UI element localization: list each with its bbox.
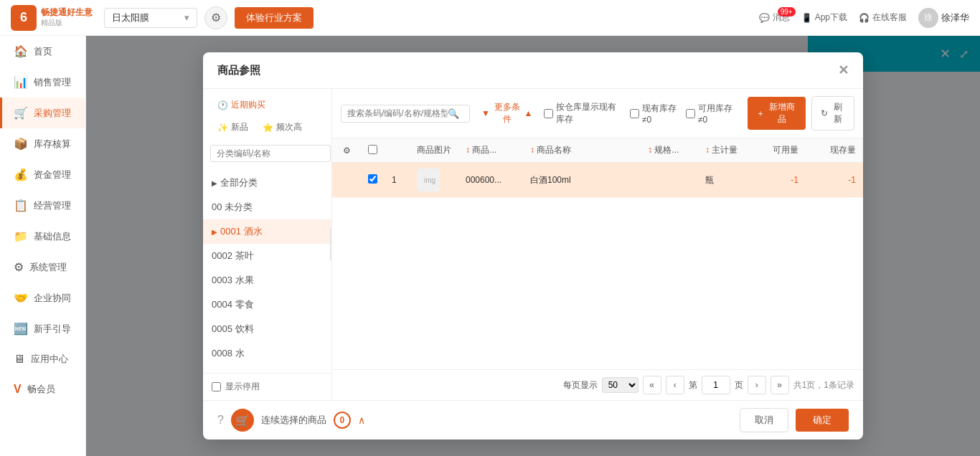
sidebar-item-sales[interactable]: 📊 销售管理 xyxy=(0,67,85,98)
product-search-input[interactable] xyxy=(347,108,448,118)
total-info: 共1页，1条记录 xyxy=(793,379,854,391)
cat-item-00[interactable]: 00 未分类 xyxy=(203,195,331,219)
settings-button[interactable]: ⚙ xyxy=(204,6,227,29)
cat-search-input[interactable] xyxy=(210,145,331,162)
add-label: 新增商品 xyxy=(768,101,797,125)
sidebar-item-member[interactable]: V 畅会员 xyxy=(0,374,85,404)
collapse-panel-button[interactable]: « xyxy=(330,229,332,260)
user-name: 徐泽华 xyxy=(941,11,969,24)
modal-close-button[interactable]: ✕ xyxy=(838,62,849,78)
row-check[interactable] xyxy=(361,163,385,198)
sidebar-item-purchase[interactable]: 🛒 采购管理 xyxy=(0,98,85,128)
cat-item-0002[interactable]: 0002 茶叶 xyxy=(203,244,331,268)
cancel-button[interactable]: 取消 xyxy=(740,408,788,432)
modal-toolbar: 🔍 ▼ 更多条件 ▲ 按仓库显示现有库存 xyxy=(332,89,863,138)
avail-ne0-checkbox[interactable] xyxy=(686,109,695,118)
service-item[interactable]: 🎧 在线客服 xyxy=(859,11,907,24)
product-image: img xyxy=(417,168,440,191)
sort-icon-code: ↕ xyxy=(466,145,470,155)
confirm-button[interactable]: 确定 xyxy=(796,409,849,432)
trial-button[interactable]: 体验行业方案 xyxy=(235,7,314,29)
last-page-button[interactable]: » xyxy=(771,376,789,394)
user-area[interactable]: 徐 徐泽华 xyxy=(918,8,969,28)
inventory-icon: 📦 xyxy=(14,137,28,151)
filter-button[interactable]: ▼ 更多条件 ▲ xyxy=(476,98,538,128)
col-header-spec[interactable]: ↕ 规格... xyxy=(641,138,698,163)
row-avail: -1 xyxy=(748,163,806,198)
cat-item-0008[interactable]: 0008 水 xyxy=(203,341,331,366)
sidebar-label-sales: 销售管理 xyxy=(34,76,71,89)
add-product-button[interactable]: ＋ 新增商品 xyxy=(748,97,806,130)
cat-item-0001[interactable]: ▶ 0001 酒水 xyxy=(203,219,331,244)
cat-item-0005[interactable]: 0005 饮料 xyxy=(203,317,331,341)
app-download-item[interactable]: 📱 App下载 xyxy=(801,11,847,24)
show-disabled-checkbox[interactable] xyxy=(212,382,221,391)
modal-header: 商品参照 ✕ xyxy=(203,52,863,89)
message-item[interactable]: 💬 消息 99+ xyxy=(759,11,790,24)
cat-item-0004[interactable]: 0004 零食 xyxy=(203,293,331,317)
cart-button[interactable]: 🛒 xyxy=(231,409,254,432)
sidebar-item-home[interactable]: 🏠 首页 xyxy=(0,36,85,67)
cat-item-all[interactable]: ▶ 全部分类 xyxy=(203,171,331,195)
cat-search-area: 🔍 xyxy=(203,139,331,168)
cart-icon: 🛒 xyxy=(235,414,250,427)
col-header-setting[interactable]: ⚙ xyxy=(332,138,361,163)
modal-overlay: 商品参照 ✕ 🕐 近期购买 ✨ 新品 xyxy=(86,36,980,456)
sidebar: 🏠 首页 📊 销售管理 🛒 采购管理 📦 库存核算 💰 资金管理 📋 经营管理 … xyxy=(0,36,86,456)
company-selector[interactable]: 日太阳膜 ▾ xyxy=(104,8,197,28)
search-icon[interactable]: 🔍 xyxy=(448,108,459,119)
warehouse-checkbox[interactable] xyxy=(544,109,553,118)
select-all-checkbox[interactable] xyxy=(368,145,377,154)
filter-label: 更多条件 xyxy=(493,101,522,125)
sidebar-item-collab[interactable]: 🤝 企业协同 xyxy=(0,282,85,313)
first-page-button[interactable]: « xyxy=(643,376,661,394)
cat-item-0010[interactable]: 0010 家电 xyxy=(203,366,331,373)
app-icon: 📱 xyxy=(801,13,812,23)
stock-ne0-checkbox[interactable] xyxy=(630,109,639,118)
product-table-area: ⚙ 商品图片 ↕ 商品... ↕ xyxy=(332,138,863,369)
sidebar-item-inventory[interactable]: 📦 库存核算 xyxy=(0,128,85,159)
prev-page-button[interactable]: ‹ xyxy=(666,376,684,394)
per-page-select[interactable]: 50 100 200 xyxy=(602,377,639,393)
sidebar-item-system[interactable]: ⚙ 系统管理 xyxy=(0,252,85,282)
gear-icon: ⚙ xyxy=(211,11,221,24)
col-header-check[interactable] xyxy=(361,138,385,163)
apps-icon: 🖥 xyxy=(14,353,25,366)
table-row[interactable]: 1 img 0 xyxy=(332,163,863,198)
tab-frequent-label: 频次高 xyxy=(276,121,302,133)
next-page-button[interactable]: › xyxy=(748,376,766,394)
sidebar-item-guide[interactable]: 🆕 新手引导 xyxy=(0,313,85,344)
product-modal: 商品参照 ✕ 🕐 近期购买 ✨ 新品 xyxy=(203,52,863,440)
sidebar-item-basic[interactable]: 📁 基础信息 xyxy=(0,221,85,252)
page-number-input[interactable] xyxy=(702,376,730,394)
chevron-down-icon: ▾ xyxy=(184,12,189,23)
sort-icon-spec: ↕ xyxy=(648,145,652,155)
cat-item-0003[interactable]: 0003 水果 xyxy=(203,268,331,293)
row-code: 000600... xyxy=(458,163,523,198)
warehouse-check-label[interactable]: 按仓库显示现有库存 xyxy=(544,101,624,125)
avail-ne0-check-label[interactable]: 可用库存≠0 xyxy=(686,103,736,125)
row-checkbox[interactable] xyxy=(368,174,377,184)
chevron-up-icon[interactable]: ∧ xyxy=(358,414,365,426)
brand-name: 畅捷通好生意 xyxy=(41,7,93,19)
row-unit: 瓶 xyxy=(698,163,748,198)
add-icon: ＋ xyxy=(756,108,765,120)
col-header-num xyxy=(385,138,410,163)
col-header-code[interactable]: ↕ 商品... xyxy=(458,138,523,163)
filter-icon: ▼ xyxy=(481,108,490,118)
sidebar-item-apps[interactable]: 🖥 应用中心 xyxy=(0,344,85,374)
recent-icon: 🕐 xyxy=(217,100,228,110)
tab-recent[interactable]: 🕐 近期购买 xyxy=(210,95,273,115)
col-header-name[interactable]: ↕ 商品名称 xyxy=(523,138,641,163)
sidebar-label-finance: 资金管理 xyxy=(34,168,71,181)
tab-frequent[interactable]: ⭐ 频次高 xyxy=(255,117,309,138)
sidebar-item-finance[interactable]: 💰 资金管理 xyxy=(0,159,85,190)
sidebar-item-operation[interactable]: 📋 经营管理 xyxy=(0,190,85,221)
refresh-button[interactable]: ↻ 刷新 xyxy=(811,96,854,130)
stock-ne0-check-label[interactable]: 现有库存≠0 xyxy=(630,103,680,125)
col-header-unit[interactable]: ↕ 主计量 xyxy=(698,138,748,163)
page-suffix: 页 xyxy=(735,379,743,391)
help-icon[interactable]: ? xyxy=(217,414,224,427)
app-label: App下载 xyxy=(815,11,847,24)
tab-new[interactable]: ✨ 新品 xyxy=(210,117,255,138)
